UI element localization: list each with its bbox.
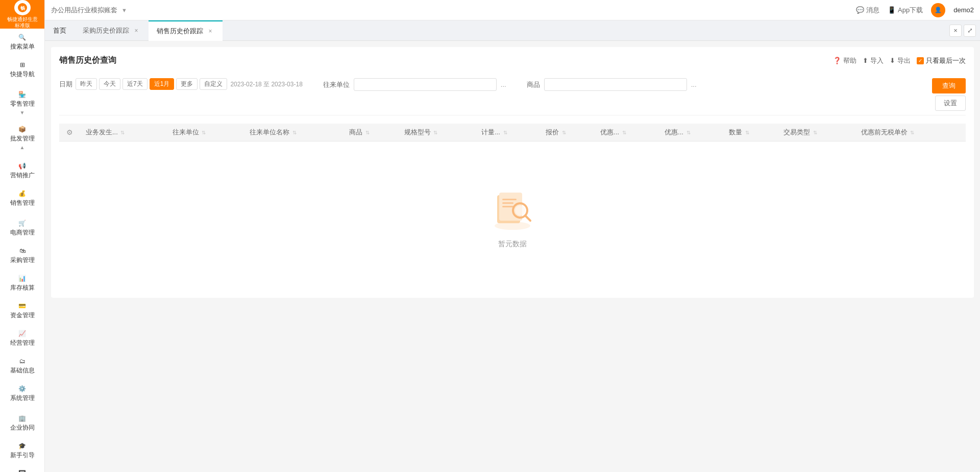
topbar: 办公用品行业模拟账套 ▼ 💬 消息 📱 App下载 👤 demo2: [45, 0, 980, 20]
empty-state: 暂元数据: [59, 141, 966, 290]
only-last-checkbox[interactable]: [917, 57, 924, 64]
th-discount1-label: 优惠...: [600, 128, 619, 136]
th-price[interactable]: 报价 ⇅: [540, 124, 594, 141]
sidebar-item-apps[interactable]: 🔲 应用中心: [0, 465, 45, 472]
sidebar-item-label: 库存核算: [10, 284, 35, 292]
sidebar-item-label: 企业协同: [10, 423, 35, 432]
sidebar-item-system[interactable]: ⚙️ 系统管理: [0, 380, 45, 408]
date-filter-label: 日期: [59, 80, 72, 89]
only-last-label: 只看最后一次: [926, 56, 966, 65]
date-btn-more[interactable]: 更多: [176, 78, 198, 90]
help-icon: ❓: [833, 57, 841, 64]
sort-icon: ⇅: [687, 130, 691, 135]
sidebar-item-finance[interactable]: 💳 资金管理: [0, 297, 45, 325]
close-icon: ×: [953, 27, 958, 34]
date-btn-yesterday[interactable]: 昨天: [76, 78, 97, 90]
app-download-label: App下载: [898, 6, 923, 15]
sidebar-item-inventory[interactable]: 📊 库存核算: [0, 270, 45, 297]
settings-button[interactable]: 设置: [935, 96, 966, 111]
account-selector[interactable]: 办公用品行业模拟账套 ▼: [51, 6, 127, 15]
svg-rect-6: [502, 202, 513, 204]
search-button[interactable]: 查询: [932, 78, 966, 93]
inventory-icon: 📊: [18, 275, 26, 282]
sidebar-item-retail[interactable]: 🏪 零售管理 ▼: [0, 86, 45, 121]
sidebar-item-operations[interactable]: 📈 经营管理: [0, 325, 45, 352]
sort-icon: ⇅: [365, 130, 370, 135]
tab-purchase-history-label: 采购历史价跟踪: [83, 26, 129, 35]
help-btn[interactable]: ❓ 帮助: [833, 56, 856, 65]
date-range-display: 2023-02-18 至 2023-03-18: [230, 80, 302, 89]
sidebar-item-basic[interactable]: 🗂 基础信息: [0, 352, 45, 380]
tabbar: 首页 采购历史价跟踪 × 销售历史价跟踪 × × ⤢: [45, 20, 980, 41]
sort-icon: ⇅: [433, 130, 437, 135]
sidebar-item-guide[interactable]: 🎓 新手引导: [0, 437, 45, 465]
th-quantity[interactable]: 数量 ⇅: [723, 124, 777, 141]
th-biz-date[interactable]: 业务发生... ⇅: [80, 124, 166, 141]
chevron-down-icon: ▼: [121, 7, 127, 13]
tab-purchase-close-btn[interactable]: ×: [132, 27, 140, 35]
chevron-icon: ▼: [20, 110, 25, 115]
sidebar-item-quick-nav[interactable]: ⊞ 快捷导航: [0, 56, 45, 84]
sidebar-item-wholesale[interactable]: 📦 批发管理 ▲: [0, 121, 45, 155]
th-discount2[interactable]: 优惠... ⇅: [658, 124, 723, 141]
ecommerce-icon: 🛒: [18, 220, 26, 227]
th-pre-tax-price-label: 优惠前无税单价: [861, 128, 908, 136]
th-partner-code[interactable]: 往来单位 ⇅: [166, 124, 243, 141]
th-biz-date-label: 业务发生...: [86, 128, 118, 136]
sidebar-item-sales[interactable]: 💰 销售管理: [0, 185, 45, 213]
account-label: 办公用品行业模拟账套: [51, 6, 117, 15]
message-icon: 💬: [856, 6, 864, 14]
gear-icon[interactable]: ⚙: [66, 128, 73, 136]
tab-home[interactable]: 首页: [45, 20, 75, 41]
maximize-btn[interactable]: ⤢: [964, 25, 976, 37]
marketing-icon: 📢: [18, 162, 26, 170]
tab-purchase-history[interactable]: 采购历史价跟踪 ×: [75, 20, 149, 41]
th-price-label: 报价: [546, 128, 559, 136]
date-btn-today[interactable]: 今天: [99, 78, 120, 90]
page-panel: 销售历史价查询 ❓ 帮助 ⬆ 导入 ⬇ 导出: [51, 47, 974, 298]
only-last-checkbox-label[interactable]: 只看最后一次: [917, 56, 966, 65]
sales-icon: 💰: [18, 190, 26, 197]
tab-home-label: 首页: [53, 26, 66, 35]
help-label: 帮助: [843, 56, 856, 65]
close-all-tabs-btn[interactable]: ×: [949, 25, 962, 37]
basic-icon: 🗂: [19, 358, 26, 365]
export-btn[interactable]: ⬇ 导出: [890, 56, 911, 65]
search-icon: 🔍: [18, 34, 26, 41]
page-actions: ❓ 帮助 ⬆ 导入 ⬇ 导出 只看最后一次: [833, 56, 966, 65]
tabbar-actions: × ⤢: [949, 25, 980, 37]
partner-filter-input[interactable]: [354, 78, 497, 91]
avatar[interactable]: 👤: [931, 3, 945, 17]
th-product[interactable]: 商品 ⇅: [343, 124, 398, 141]
import-btn[interactable]: ⬆ 导入: [863, 56, 884, 65]
th-unit[interactable]: 计量... ⇅: [475, 124, 540, 141]
sidebar-item-label: 批发管理: [10, 134, 35, 143]
tab-sales-close-btn[interactable]: ×: [206, 27, 214, 35]
sidebar-item-ecommerce[interactable]: 🛒 电商管理: [0, 215, 45, 242]
sidebar-item-label: 营销推广: [10, 171, 35, 180]
partner-dots: ...: [501, 81, 506, 88]
th-trade-type[interactable]: 交易类型 ⇅: [777, 124, 854, 141]
date-btn-7days[interactable]: 近7天: [122, 78, 148, 90]
finance-icon: 💳: [18, 302, 26, 310]
th-gear[interactable]: ⚙: [59, 124, 80, 141]
th-pre-tax-price[interactable]: 优惠前无税单价 ⇅: [855, 124, 966, 141]
nav-icon: ⊞: [20, 61, 25, 68]
message-btn[interactable]: 💬 消息: [856, 6, 879, 15]
sidebar-logo: 畅 畅捷通好生意 标准版: [0, 0, 45, 29]
sidebar-item-purchase[interactable]: 🛍 采购管理: [0, 242, 45, 270]
th-partner-name[interactable]: 往来单位名称 ⇅: [243, 124, 343, 141]
app-download-btn[interactable]: 📱 App下载: [888, 6, 923, 15]
sidebar-item-marketing[interactable]: 📢 营销推广: [0, 157, 45, 185]
product-dots: ...: [691, 81, 697, 88]
sort-icon: ⇅: [745, 130, 749, 135]
date-btn-custom[interactable]: 自定义: [200, 78, 227, 90]
guide-icon: 🎓: [18, 442, 26, 450]
date-btn-1month[interactable]: 近1月: [150, 78, 175, 90]
th-spec[interactable]: 规格型号 ⇅: [398, 124, 475, 141]
product-filter-input[interactable]: [544, 78, 687, 91]
th-discount1[interactable]: 优惠... ⇅: [594, 124, 658, 141]
sidebar-item-enterprise[interactable]: 🏢 企业协同: [0, 410, 45, 437]
tab-sales-history[interactable]: 销售历史价跟踪 ×: [149, 20, 223, 41]
sidebar-item-search[interactable]: 🔍 搜索菜单: [0, 29, 45, 56]
